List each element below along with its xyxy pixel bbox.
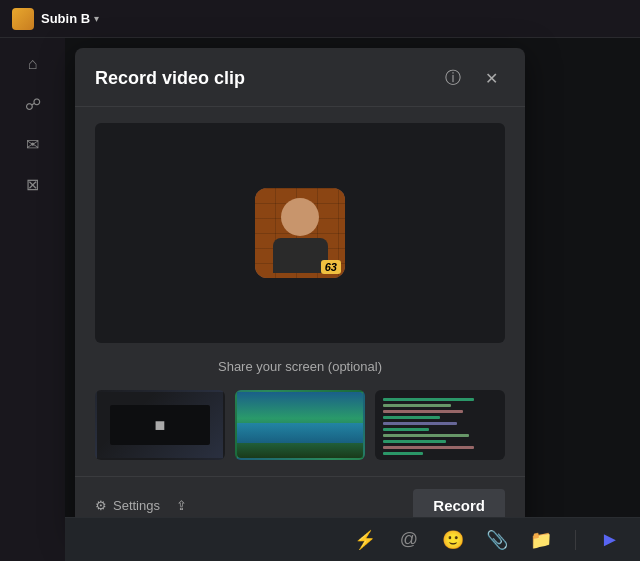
- sidebar-bell-icon[interactable]: ✉: [15, 126, 51, 162]
- thumb1-content: ■: [97, 392, 223, 458]
- screen-thumb-1[interactable]: ■: [95, 390, 225, 460]
- code-line: [383, 428, 429, 431]
- close-button[interactable]: ✕: [477, 64, 505, 92]
- code-line: [383, 410, 463, 413]
- avatar-preview: 63: [255, 188, 345, 278]
- code-line: [383, 440, 446, 443]
- settings-label: Settings: [113, 498, 160, 513]
- footer-left: ⚙ Settings ⇪: [95, 498, 187, 513]
- settings-button[interactable]: ⚙ Settings: [95, 498, 160, 513]
- toolbar-separator: [575, 530, 576, 550]
- thumb1-dark: ■: [110, 405, 211, 445]
- emoji-icon[interactable]: 🙂: [439, 526, 467, 554]
- modal-title: Record video clip: [95, 68, 245, 89]
- screen-share-label: Share your screen (optional): [95, 359, 505, 374]
- help-button[interactable]: ⓘ: [439, 64, 467, 92]
- paperclip-icon[interactable]: 📎: [483, 526, 511, 554]
- person-body: [273, 238, 328, 273]
- workspace-avatar: [12, 8, 34, 30]
- modal-header: Record video clip ⓘ ✕: [75, 48, 525, 107]
- sidebar-home-icon[interactable]: ⌂: [15, 46, 51, 82]
- upload-button[interactable]: ⇪: [176, 498, 187, 513]
- workspace-name: Subin B: [41, 11, 90, 26]
- thumb1-letter: ■: [155, 415, 166, 436]
- code-line: [383, 416, 440, 419]
- code-line: [383, 422, 457, 425]
- code-line: [383, 398, 474, 401]
- left-sidebar: ⌂ ☍ ✉ ⊠: [0, 38, 65, 561]
- lightning-icon[interactable]: ⚡: [351, 526, 379, 554]
- person-head: [281, 198, 319, 236]
- camera-preview: 63: [95, 123, 505, 343]
- record-video-modal: Record video clip ⓘ ✕ 63: [75, 48, 525, 534]
- badge-number: 63: [321, 260, 341, 274]
- thumb2-water: [237, 423, 363, 443]
- screen-thumb-2[interactable]: [235, 390, 365, 460]
- code-line: [383, 452, 423, 455]
- top-bar: Subin B ▾: [0, 0, 640, 38]
- modal-header-actions: ⓘ ✕: [439, 64, 505, 92]
- code-lines: [377, 392, 503, 460]
- bottom-toolbar: ⚡ @ 🙂 📎 📁 ►: [65, 517, 640, 561]
- sidebar-chat-icon[interactable]: ☍: [15, 86, 51, 122]
- code-line: [383, 446, 474, 449]
- folder-icon[interactable]: 📁: [527, 526, 555, 554]
- send-icon[interactable]: ►: [596, 526, 624, 554]
- modal-body: 63 Share your screen (optional) ■: [75, 107, 525, 476]
- code-line: [383, 458, 451, 460]
- sidebar-grid-icon[interactable]: ⊠: [15, 166, 51, 202]
- upload-icon: ⇪: [176, 498, 187, 513]
- code-line: [383, 434, 469, 437]
- modal-overlay: Record video clip ⓘ ✕ 63: [65, 38, 640, 561]
- screen-options: ■: [95, 390, 505, 460]
- thumb2-content: [237, 392, 363, 458]
- settings-icon: ⚙: [95, 498, 107, 513]
- screen-thumb-3[interactable]: [375, 390, 505, 460]
- code-line: [383, 404, 451, 407]
- chevron-down-icon[interactable]: ▾: [94, 13, 99, 24]
- at-icon[interactable]: @: [395, 526, 423, 554]
